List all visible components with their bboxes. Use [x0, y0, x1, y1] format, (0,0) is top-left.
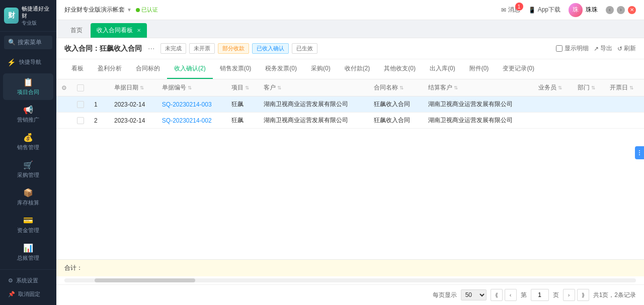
open-date-sort-icon[interactable]: ⇅ — [629, 85, 633, 90]
sub-tab-6[interactable]: 采购(0) — [304, 59, 338, 79]
logo-title: 畅捷通好业财 — [22, 5, 52, 20]
sub-tab-5[interactable]: 税务发票(0) — [258, 59, 304, 79]
row-code-0[interactable]: SQ-20230214-003 — [157, 96, 226, 113]
row-department-1 — [573, 113, 605, 129]
select-all-checkbox[interactable] — [77, 84, 84, 91]
row-code-1[interactable]: SQ-20230214-002 — [157, 113, 226, 129]
table-row[interactable]: 2 2023-02-14 SQ-20230214-002 狂飙 湖南卫视商业运营… — [56, 113, 644, 129]
content-header: 收入合同：狂飙收入合同 ··· 未完成未开票部分收款已收入确认已生效 显示明细 … — [56, 38, 644, 59]
footer-label-1: 取消固定 — [18, 290, 40, 298]
sub-tab-1[interactable]: 盈利分析 — [91, 59, 129, 79]
sub-tab-0[interactable]: 看板 — [64, 59, 91, 79]
tab-close-icon[interactable]: ✕ — [137, 28, 141, 33]
settings-icon[interactable]: ⚙ — [61, 84, 67, 91]
tab-contract-board[interactable]: 收入合同看板 ✕ — [91, 23, 147, 38]
sidebar-item-6[interactable]: 📊总账管理 — [3, 239, 53, 266]
row-contract-name-1: 狂飙收入合同 — [369, 113, 423, 129]
row-code-link-0[interactable]: SQ-20230214-003 — [162, 101, 212, 108]
sidebar-item-4[interactable]: 📦库存核算 — [3, 184, 53, 211]
sub-tab-10[interactable]: 附件(0) — [462, 59, 496, 79]
message-button[interactable]: ✉ 消息 1 — [501, 6, 520, 14]
sidebar-footer-item-0[interactable]: ⚙系统设置 — [4, 274, 52, 287]
first-page-button[interactable]: ⟪ — [491, 289, 503, 301]
th-code: 单据编号⇅ — [157, 79, 226, 96]
th-settings: ⚙ — [56, 79, 72, 96]
more-options-icon[interactable]: ··· — [148, 44, 154, 53]
th-open-date: 开票日⇅ — [605, 79, 644, 96]
sidebar-footer: ⚙系统设置📌取消固定 — [0, 269, 56, 305]
show-detail-toggle[interactable]: 显示明细 — [556, 44, 589, 53]
status-tag-0[interactable]: 未完成 — [160, 43, 186, 54]
scrollbar-thumb[interactable] — [95, 278, 195, 282]
sub-tab-11[interactable]: 变更记录(0) — [496, 59, 541, 79]
export-button[interactable]: ↗ 导出 — [594, 44, 612, 53]
refresh-button[interactable]: ↺ 刷新 — [617, 44, 636, 53]
row-settle-customer-0: 湖南卫视商业运营发展有限公司 — [423, 96, 533, 113]
app-download-button[interactable]: 📱 App下载 — [528, 6, 560, 14]
user-avatar: 珠 — [569, 3, 583, 17]
user-menu[interactable]: 珠 珠珠 — [569, 3, 598, 17]
tab-home[interactable]: 首页 — [64, 23, 89, 38]
prev-page-button[interactable]: ‹ — [505, 289, 517, 301]
sub-tab-2[interactable]: 合同标的 — [129, 59, 167, 79]
nav-icon-3: 🛒 — [23, 160, 33, 170]
sub-tab-7[interactable]: 收付款(2) — [338, 59, 377, 79]
topbar: 好业财专业版演示帐套 ▼ 已认证 ✉ 消息 1 📱 App下载 珠 珠珠 — [56, 0, 644, 20]
search-menu-button[interactable]: 🔍 搜索菜单 — [4, 36, 52, 49]
sidebar-item-0[interactable]: 📋项目合同 — [3, 73, 53, 100]
window-controls: ‹ › ✕ — [606, 6, 636, 14]
contract-tab-label: 收入合同看板 — [97, 26, 133, 35]
customer-sort-icon[interactable]: ⇅ — [277, 85, 281, 90]
sidebar-item-3[interactable]: 🛒采购管理 — [3, 156, 53, 183]
content: 收入合同：狂飙收入合同 ··· 未完成未开票部分收款已收入确认已生效 显示明细 … — [56, 38, 644, 305]
logo-sub: 专业版 — [22, 20, 52, 26]
row-check-0[interactable] — [72, 96, 89, 113]
status-tag-1[interactable]: 未开票 — [189, 43, 215, 54]
sub-tab-9[interactable]: 出入库(0) — [423, 59, 462, 79]
sub-tab-3[interactable]: 收入确认(2) — [167, 59, 213, 79]
window-prev-button[interactable]: ‹ — [606, 6, 614, 14]
sidebar-item-1[interactable]: 📢营销推广 — [3, 101, 53, 128]
department-sort-icon[interactable]: ⇅ — [591, 85, 595, 90]
project-sort-icon[interactable]: ⇅ — [245, 85, 249, 90]
panel-dot-1 — [639, 150, 640, 151]
sidebar-footer-item-1[interactable]: 📌取消固定 — [4, 287, 52, 301]
sub-tab-label-6: 采购(0) — [311, 65, 331, 72]
horizontal-scrollbar[interactable] — [64, 278, 636, 282]
contract-name-sort-icon[interactable]: ⇅ — [399, 85, 404, 90]
sub-tab-8[interactable]: 其他收支(0) — [377, 59, 423, 79]
status-tag-2[interactable]: 部分收款 — [218, 43, 249, 54]
row-check-1[interactable] — [72, 113, 89, 129]
company-dropdown-icon: ▼ — [127, 7, 132, 13]
sidebar: 财 畅捷通好业财 专业版 🔍 搜索菜单 ⚡ 快捷导航 📋项目合同📢营销推广💰销售… — [0, 0, 56, 305]
sidebar-item-5[interactable]: 💳资金管理 — [3, 212, 53, 238]
date-sort-icon[interactable]: ⇅ — [140, 85, 144, 90]
row-salesperson-0 — [533, 96, 573, 113]
code-sort-icon[interactable]: ⇅ — [188, 85, 192, 90]
panel-dot-3 — [639, 154, 640, 155]
row-code-link-1[interactable]: SQ-20230214-002 — [162, 117, 212, 124]
sub-tab-4[interactable]: 销售发票(0) — [213, 59, 259, 79]
show-detail-checkbox[interactable] — [556, 45, 562, 52]
next-page-button[interactable]: › — [563, 289, 575, 301]
settle-customer-sort-icon[interactable]: ⇅ — [454, 85, 458, 90]
status-tag-3[interactable]: 已收入确认 — [252, 43, 289, 54]
per-page-select[interactable]: 50 20 100 — [461, 289, 487, 300]
right-panel-button[interactable] — [635, 146, 644, 159]
salesperson-sort-icon[interactable]: ⇅ — [558, 85, 562, 90]
window-next-button[interactable]: › — [617, 6, 625, 14]
company-selector[interactable]: 好业财专业版演示帐套 ▼ — [64, 6, 132, 14]
nav-label-2: 销售管理 — [17, 144, 39, 151]
status-tag-4[interactable]: 已生效 — [292, 43, 317, 54]
table-row[interactable]: 1 2023-02-14 SQ-20230214-003 狂飙 湖南卫视商业运营… — [56, 96, 644, 113]
sidebar-item-2[interactable]: 💰销售管理 — [3, 129, 53, 155]
logo-icon: 财 — [4, 8, 19, 24]
window-close-button[interactable]: ✕ — [628, 6, 636, 14]
quick-nav-button[interactable]: ⚡ 快捷导航 — [3, 55, 53, 69]
row-contract-name-0: 狂飙收入合同 — [369, 96, 423, 113]
verified-dot-icon — [136, 8, 140, 12]
page-title: 收入合同：狂飙收入合同 — [64, 44, 142, 53]
page-input[interactable] — [531, 289, 549, 301]
nav-label-1: 营销推广 — [17, 116, 39, 124]
last-page-button[interactable]: ⟫ — [577, 289, 589, 301]
